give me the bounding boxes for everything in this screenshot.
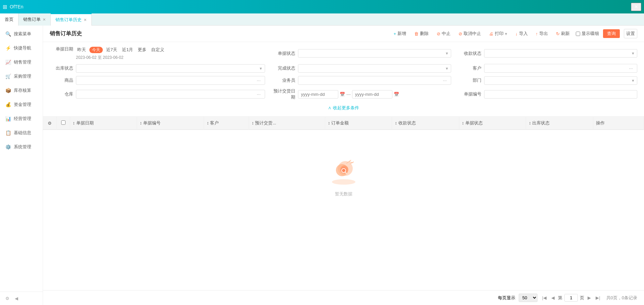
content-area: 销售订单历史 + 新增 🗑 删除 ⊘ 中止 ⊘ 取消中止 [43, 26, 644, 305]
print-button[interactable]: 🖨 打印 ▾ [487, 29, 509, 38]
expected-date-start[interactable] [298, 90, 338, 99]
new-label: 新增 [397, 31, 406, 37]
col-checkbox[interactable] [56, 117, 70, 130]
stop-icon: ⊘ [437, 31, 440, 36]
col-settings[interactable]: ⚙ [43, 117, 56, 130]
complete-status-select[interactable]: ▾ [298, 64, 451, 73]
col-expected-delivery-label: ↕ 预计交货... [252, 120, 276, 125]
page-nav: |◀ ◀ 第 页 ▶ ▶| 共0页，0条记录 [541, 294, 637, 302]
tab-sales-order-close[interactable]: ✕ [43, 13, 46, 26]
col-doc-status[interactable]: ↕ 单据状态 [459, 117, 526, 130]
stop-button[interactable]: ⊘ 中止 [435, 29, 453, 38]
date-separator: — [346, 92, 351, 97]
date-range-display: 2023-06-02 至 2023-06-02 [76, 55, 166, 61]
col-outbound-status[interactable]: ↕ 出库状态 [526, 117, 593, 130]
sidebar: 🔍 搜索菜单 ⚡ 快捷导航 📈 销售管理 🛒 采购管理 📦 库存核算 💰 资金管… [0, 26, 43, 305]
col-order-amount[interactable]: ↕ 订单金额 [325, 117, 392, 130]
last-page-button[interactable]: ▶| [594, 295, 601, 301]
import-button[interactable]: ↓ 导入 [513, 29, 530, 38]
doc-number-input[interactable] [484, 90, 637, 99]
tab-home[interactable]: 首页 [0, 13, 18, 26]
date-option-more[interactable]: 更多 [136, 46, 148, 53]
sidebar-item-quick-nav[interactable]: ⚡ 快捷导航 [0, 41, 43, 55]
calendar-end-icon[interactable]: 📅 [394, 92, 399, 97]
sidebar-item-purchase-mgmt-label: 采购管理 [14, 73, 31, 79]
display-cols-checkbox[interactable]: 显示碟细 [576, 31, 599, 37]
doc-status-select[interactable]: ▾ [298, 49, 451, 58]
sidebar-item-inventory[interactable]: 📦 库存核算 [0, 83, 43, 98]
delete-label: 删除 [420, 31, 429, 37]
page-footer: 每页显示 10 20 50 100 |◀ ◀ 第 页 ▶ ▶| 共0页，0条记录 [43, 290, 644, 305]
refresh-button[interactable]: ↻ 刷新 [554, 29, 572, 38]
tab-home-label: 首页 [5, 13, 13, 26]
col-expected-delivery[interactable]: ↕ 预计交货... [249, 117, 325, 130]
date-option-yesterday[interactable]: 昨天 [76, 46, 87, 53]
collapse-row[interactable]: ∧ 收起更多条件 [50, 104, 637, 112]
data-table: ⚙ ↕ 单据日期 ↕ 单据编号 ↕ 客户 [43, 117, 644, 130]
sidebar-collapse-icon[interactable]: ◀ [15, 296, 18, 301]
goods-ellipsis-button[interactable]: ··· [255, 78, 262, 83]
window-close-button[interactable]: × [631, 3, 641, 11]
export-button[interactable]: ↑ 导出 [534, 29, 550, 38]
warehouse-ellipsis-button[interactable]: ··· [255, 91, 262, 97]
date-option-today[interactable]: 今天 [89, 47, 103, 53]
settings-label: 设置 [626, 31, 635, 37]
complete-status-arrow: ▾ [446, 66, 448, 71]
sidebar-item-search-menu[interactable]: 🔍 搜索菜单 [0, 27, 43, 41]
col-customer[interactable]: ↕ 客户 [204, 117, 249, 130]
sidebar-item-purchase-mgmt[interactable]: 🛒 采购管理 [0, 69, 43, 83]
date-option-custom[interactable]: 自定义 [150, 46, 166, 53]
sidebar-item-operations[interactable]: 📊 经营管理 [0, 112, 43, 126]
sidebar-settings-icon[interactable]: ⚙ [5, 296, 9, 301]
calendar-start-icon[interactable]: 📅 [340, 92, 345, 97]
sidebar-item-system-mgmt[interactable]: ⚙️ 系统管理 [0, 140, 43, 154]
outbound-status-select[interactable]: ▾ [76, 64, 265, 73]
salesperson-ellipsis-button[interactable]: ··· [441, 78, 448, 83]
query-label: 查询 [607, 31, 616, 37]
print-icon: 🖨 [489, 31, 493, 36]
expected-date-end[interactable] [352, 90, 392, 99]
date-option-1month[interactable]: 近1月 [121, 46, 134, 53]
query-button[interactable]: 查询 [603, 29, 620, 38]
display-cols-input[interactable] [576, 32, 580, 36]
new-button[interactable]: + 新增 [391, 29, 408, 38]
col-doc-number[interactable]: ↕ 单据编号 [137, 117, 204, 130]
display-cols-label: 显示碟细 [582, 31, 599, 37]
sidebar-item-basic-info[interactable]: 📋 基础信息 [0, 126, 43, 140]
tab-sales-order-history-label: 销售订单历史 [55, 14, 82, 26]
department-select[interactable]: ▾ [484, 76, 637, 85]
settings-button[interactable]: 设置 [624, 29, 637, 38]
select-all-checkbox[interactable] [61, 120, 66, 125]
date-option-7days[interactable]: 近7天 [105, 46, 119, 53]
empty-state: 暂无数据 [43, 130, 644, 224]
next-page-button[interactable]: ▶ [586, 295, 592, 301]
complete-status-label: 完成状态 [272, 65, 295, 71]
settings-col-icon[interactable]: ⚙ [48, 121, 52, 126]
doc-status-arrow: ▾ [446, 51, 448, 56]
export-icon: ↑ [536, 31, 538, 36]
col-payment-status-label: ↕ 收款状态 [395, 120, 416, 125]
col-doc-date-label: ↕ 单据日期 [73, 120, 94, 125]
tab-sales-order-history[interactable]: 销售订单历史 ✕ [51, 13, 92, 26]
col-doc-date[interactable]: ↕ 单据日期 [70, 117, 137, 130]
tab-sales-order-label: 销售订单 [23, 13, 41, 26]
page-size-select[interactable]: 10 20 50 100 [519, 294, 538, 302]
col-order-amount-label: ↕ 订单金额 [328, 120, 349, 125]
payment-status-select[interactable]: ▾ [484, 49, 637, 58]
customer-label: 客户 [458, 65, 481, 71]
bar-chart-icon: 📊 [5, 116, 11, 121]
sidebar-item-finance[interactable]: 💰 资金管理 [0, 98, 43, 112]
col-payment-status[interactable]: ↕ 收款状态 [392, 117, 459, 130]
first-page-button[interactable]: |◀ [541, 295, 548, 301]
refresh-label: 刷新 [561, 31, 570, 37]
sidebar-item-sales-mgmt[interactable]: 📈 销售管理 [0, 55, 43, 69]
tab-sales-order[interactable]: 销售订单 ✕ [18, 13, 51, 26]
customer-ellipsis-button[interactable]: ··· [628, 66, 634, 71]
prev-page-button[interactable]: ◀ [550, 295, 556, 301]
tab-sales-order-history-close[interactable]: ✕ [84, 14, 87, 26]
goods-label: 商品 [50, 77, 73, 83]
chart-icon: 📈 [5, 60, 11, 65]
cancel-stop-button[interactable]: ⊘ 取消中止 [457, 29, 483, 38]
page-number-input[interactable] [564, 294, 578, 302]
delete-button[interactable]: 🗑 删除 [412, 29, 431, 38]
